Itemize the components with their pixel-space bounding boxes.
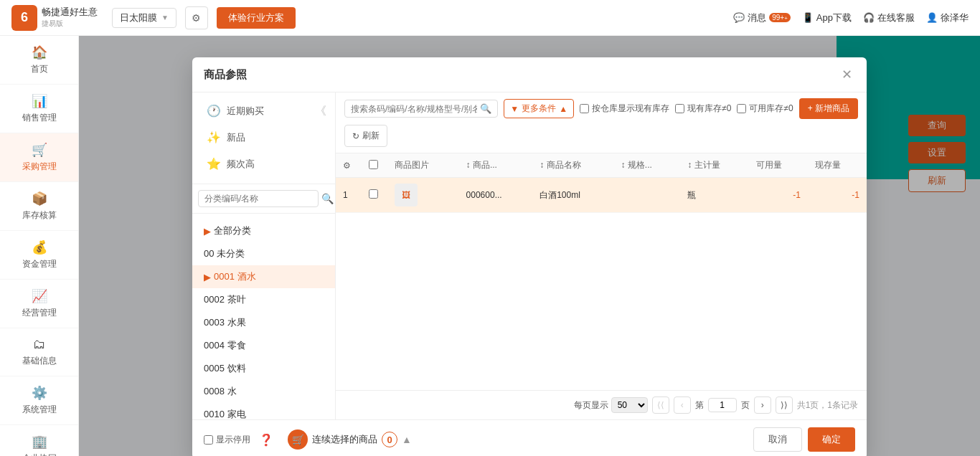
sidebar-item-basic[interactable]: 🗂 基础信息	[0, 328, 78, 376]
col-stock: 现存量	[808, 153, 867, 178]
recent-purchase-item[interactable]: 🕐 近期购买	[198, 98, 329, 123]
right-panel: 🔍 ▼ 更多条件 ▲ 按仓库显示现有库存	[336, 92, 867, 419]
category-item-0010[interactable]: 0010 家电	[192, 403, 335, 419]
new-icon: ✨	[207, 130, 221, 144]
online-service-button[interactable]: 🎧 在线客服	[863, 11, 915, 24]
filter-icon: ▼	[510, 104, 519, 114]
category-search-icon[interactable]: 🔍	[321, 193, 334, 204]
product-table: ⚙ 商品图片 ↕ 商品... ↕ 商品名称 ↕ 规格...	[336, 153, 867, 213]
warehouse-checkbox-wrap[interactable]: 按仓库显示现有库存	[580, 103, 669, 115]
cat-00-label: 00 未分类	[204, 247, 245, 260]
category-item-0004[interactable]: 0004 零食	[192, 334, 335, 357]
table-head: ⚙ 商品图片 ↕ 商品... ↕ 商品名称 ↕ 规格...	[336, 153, 867, 178]
sidebar-item-system[interactable]: ⚙️ 系统管理	[0, 376, 78, 425]
sidebar-item-inventory[interactable]: 📦 库存核算	[0, 182, 78, 231]
per-page-select[interactable]: 20 50 100	[611, 397, 648, 413]
category-search-area: 🔍	[192, 184, 335, 214]
col-code[interactable]: ↕ 商品...	[459, 153, 533, 178]
footer-actions: 取消 确定	[753, 427, 855, 452]
show-disabled-checkbox-wrap[interactable]: 显示停用	[204, 434, 250, 446]
cart-collapse-button[interactable]: ▲	[402, 434, 412, 445]
branch-selector[interactable]: 日太阳膜 ▼	[112, 8, 176, 28]
category-item-0008[interactable]: 0008 水	[192, 380, 335, 403]
product-search-icon[interactable]: 🔍	[480, 103, 491, 114]
select-all-checkbox[interactable]	[369, 160, 378, 169]
modal-close-button[interactable]: ✕	[838, 66, 855, 83]
cat-0004-label: 0004 零食	[204, 339, 246, 352]
cart-count: 0	[382, 432, 397, 447]
app-download-button[interactable]: 📱 App下载	[802, 11, 852, 24]
nav-right: 💬 消息 99++ 📱 App下载 🎧 在线客服 👤 徐泽华	[733, 11, 969, 24]
category-item-all[interactable]: ▶ 全部分类	[192, 219, 335, 242]
available-checkbox[interactable]	[737, 104, 746, 113]
page-number-input[interactable]	[708, 398, 737, 412]
sidebar-item-purchase[interactable]: 🛒 采购管理	[0, 133, 78, 182]
warehouse-checkbox[interactable]	[580, 104, 589, 113]
first-page-button[interactable]: ⟨⟨	[652, 396, 669, 414]
table-row[interactable]: 1 🖼	[336, 178, 867, 213]
content-area: 查询 设置 刷新 商品参照 ✕	[79, 36, 980, 456]
cat-all-arrow-icon: ▶	[204, 226, 211, 237]
category-search-input[interactable]	[198, 190, 319, 207]
cat-0002-label: 0002 茶叶	[204, 293, 246, 306]
category-item-0003[interactable]: 0003 水果	[192, 311, 335, 334]
inventory-checkbox-wrap[interactable]: 现有库存≠0	[675, 103, 731, 115]
add-product-button[interactable]: + 新增商品	[799, 98, 858, 119]
sidebar-inventory-label: 库存核算	[22, 209, 57, 222]
sidebar-item-home[interactable]: 🏠 首页	[0, 36, 78, 85]
table-header-row: ⚙ 商品图片 ↕ 商品... ↕ 商品名称 ↕ 规格...	[336, 153, 867, 178]
sidebar-item-sales[interactable]: 📊 销售管理	[0, 85, 78, 133]
row-checkbox[interactable]	[369, 189, 378, 199]
last-page-button[interactable]: ⟩⟩	[776, 396, 793, 414]
message-button[interactable]: 💬 消息 99++	[733, 11, 791, 24]
top-nav: 6 畅捷通好生意 捷易版 日太阳膜 ▼ ⚙ 体验行业方案 💬 消息 99++ 📱…	[0, 0, 980, 36]
category-item-0001[interactable]: ▶ 0001 酒水	[192, 265, 335, 288]
prev-page-button[interactable]: ‹	[674, 396, 691, 414]
category-item-0002[interactable]: 0002 茶叶	[192, 288, 335, 311]
sidebar-item-operation[interactable]: 📈 经营管理	[0, 280, 78, 328]
frequent-item[interactable]: ⭐ 频次高	[198, 151, 329, 176]
inventory-checkbox[interactable]	[675, 104, 684, 113]
system-icon: ⚙️	[32, 385, 47, 401]
show-disabled-checkbox[interactable]	[204, 435, 213, 445]
sidebar-operation-label: 经营管理	[22, 307, 57, 319]
sidebar-item-enterprise[interactable]: 🏢 企业协同	[0, 425, 78, 456]
new-product-item[interactable]: ✨ 新品	[198, 125, 329, 150]
col-unit[interactable]: ↕ 主计量	[680, 153, 749, 178]
service-label: 在线客服	[877, 11, 915, 24]
message-label: 消息	[748, 11, 766, 24]
settings-button[interactable]: ⚙	[185, 6, 208, 29]
thumb-icon: 🖼	[402, 190, 410, 200]
logo-sub: 捷易版	[42, 19, 98, 29]
user-profile-button[interactable]: 👤 徐泽华	[926, 11, 969, 24]
row-unit: 瓶	[680, 178, 749, 213]
branch-arrow-icon: ▼	[161, 14, 169, 22]
page-label: 第	[695, 399, 704, 412]
modal-body: 🕐 近期购买 ✨ 新品 ⭐ 频次高	[192, 92, 867, 419]
col-spec[interactable]: ↕ 规格...	[613, 153, 680, 178]
category-item-0005[interactable]: 0005 饮料	[192, 357, 335, 380]
available-label: 可用库存≠0	[749, 103, 793, 115]
refresh-button[interactable]: ↻ 刷新	[344, 125, 387, 147]
cancel-button[interactable]: 取消	[753, 427, 802, 452]
category-item-00[interactable]: 00 未分类	[192, 242, 335, 265]
col-settings-icon[interactable]: ⚙	[343, 161, 351, 171]
filter-up-icon: ▲	[559, 104, 567, 114]
modal-footer: 显示停用 ❓ 🛒 连续选择的商品 0 ▲ 取消 确定	[192, 419, 867, 456]
product-search-input[interactable]	[351, 104, 477, 114]
col-name[interactable]: ↕ 商品名称	[532, 153, 613, 178]
left-panel: 🕐 近期购买 ✨ 新品 ⭐ 频次高	[192, 92, 336, 419]
cat-0001-arrow-icon: ▶	[204, 272, 211, 282]
username-label: 徐泽华	[941, 11, 969, 24]
experience-button[interactable]: 体验行业方案	[217, 7, 296, 29]
sidebar-item-finance[interactable]: 💰 资金管理	[0, 231, 78, 280]
filter-button[interactable]: ▼ 更多条件 ▲	[504, 99, 574, 118]
available-checkbox-wrap[interactable]: 可用库存≠0	[737, 103, 793, 115]
row-stock: -1	[808, 178, 867, 213]
frequent-label: 频次高	[227, 158, 255, 171]
confirm-button[interactable]: 确定	[808, 427, 855, 452]
cart-icon[interactable]: 🛒	[288, 429, 308, 450]
collapse-left-button[interactable]: 《	[315, 104, 326, 119]
next-page-button[interactable]: ›	[754, 396, 771, 414]
help-icon[interactable]: ❓	[259, 433, 273, 447]
